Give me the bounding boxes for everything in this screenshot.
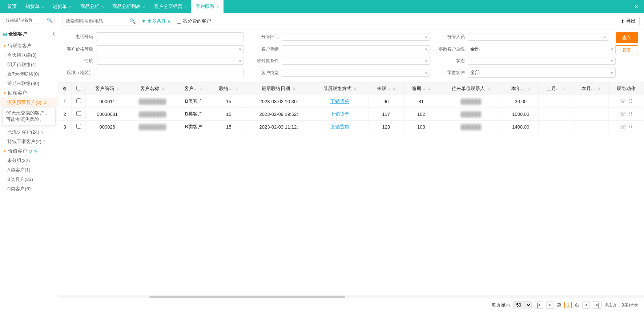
sidebar-group-review[interactable]: ▼ 回顾客户 — [0, 88, 58, 98]
per-page-select[interactable]: 50 20 100 — [513, 301, 532, 309]
tab-customer-tier[interactable]: 客户分层经营 × — [150, 0, 191, 13]
cell-checkbox — [72, 121, 86, 133]
th-contact[interactable]: 联络... ⇅ — [211, 82, 246, 95]
sidebar-item-ungrouped[interactable]: 未分组(32) — [0, 156, 58, 165]
th-overdue[interactable]: 逾期... ⇅ — [404, 82, 439, 95]
value-refresh-icon[interactable]: ↻ — [28, 149, 32, 154]
th-this-month[interactable]: 本月... ⇅ — [573, 82, 608, 95]
customer-level-select[interactable]: ∨ — [282, 45, 430, 53]
th-name[interactable]: 客户名称 ⇅ — [129, 82, 176, 95]
sidebar-item-type-b[interactable]: B类客户(33) — [0, 175, 58, 184]
filter-more-conditions-button[interactable]: ▼ 更多条件 ∧ — [138, 16, 174, 26]
settings-icon[interactable]: ⚙ — [63, 86, 67, 92]
sidebar-all-customers[interactable]: ⊞ 全部客户 《 — [0, 29, 58, 40]
th-this-year[interactable]: 本年... ⇅ — [503, 82, 538, 95]
query-button[interactable]: 查询 — [616, 32, 638, 43]
th-partner-contact[interactable]: 往来单位联系人 ⇅ — [439, 82, 503, 95]
filter-field-pay-terms: 收付款条件 ∨ — [250, 57, 430, 65]
sidebar-item-tomorrow-contact[interactable]: 明天待联络(1) — [0, 60, 58, 69]
arrow-icon: ▼ — [3, 44, 7, 48]
scroll-bar-thumb[interactable] — [149, 296, 345, 298]
sidebar-search-icon: 🔍 — [47, 17, 53, 23]
close-tab-product-analysis[interactable]: × — [101, 4, 104, 9]
person-more-icon[interactable]: ··· — [611, 34, 616, 40]
pay-terms-select[interactable]: ∨ — [282, 57, 430, 65]
sidebar-item-churn-warning[interactable]: 流失预警客户(3) ⚠ — [0, 98, 58, 107]
arrow-icon-review: ▼ — [3, 91, 7, 95]
sidebar-item-churned[interactable]: 已流失客户(24) ? — [0, 127, 58, 137]
pay-terms-chevron-icon: ∨ — [425, 59, 427, 63]
first-page-button[interactable]: |< — [535, 301, 543, 309]
status-select[interactable]: ∨ — [468, 57, 616, 65]
retail-customer-select[interactable]: 全部 ∨ — [468, 68, 616, 78]
sidebar-item-overdue-contact[interactable]: 逾期未联络(30) — [0, 79, 58, 88]
contact-icon[interactable]: ☏ — [620, 98, 627, 104]
filter-field-nature: 性质 ∨ — [64, 57, 244, 65]
cell-partner-contact: ██████ — [439, 95, 503, 108]
filter-search-input[interactable] — [63, 17, 135, 25]
collapse-icon[interactable]: 《 — [50, 31, 55, 37]
filter-search-button[interactable]: 🔍 — [129, 18, 136, 24]
region-more-icon[interactable]: ··· — [237, 70, 242, 76]
close-tab-customer-contact[interactable]: × — [217, 4, 219, 9]
window-close-button[interactable]: × — [632, 3, 641, 10]
export-button[interactable]: ⬆ 导出 — [617, 16, 640, 26]
sidebar-item-type-a[interactable]: A类客户(1) — [0, 165, 58, 175]
close-tab-customer-tier[interactable]: × — [185, 4, 187, 9]
th-un-contact[interactable]: 未联... ⇅ — [369, 82, 403, 95]
sidebar-item-declining[interactable]: 持续下滑客户(2) ? — [0, 137, 58, 146]
filter-row-4: 区域（地区） ··· 客户类型 ∨ — [64, 68, 616, 78]
sidebar-item-week-contact[interactable]: 近7天待联络(0) — [0, 69, 58, 79]
tab-sales[interactable]: 销货单 × — [21, 0, 48, 13]
cell-code: 000011 — [86, 95, 129, 108]
cell-last-contact-date: 2023-02-09 19:52: — [246, 108, 311, 121]
sidebar-item-today-contact[interactable]: 今天待联络(0) — [0, 50, 58, 60]
my-customers-checkbox[interactable] — [177, 19, 181, 24]
more-actions-icon[interactable]: ⠿ — [629, 124, 632, 130]
value-edit-icon[interactable]: ✎ — [34, 149, 38, 154]
row-checkbox-2[interactable] — [76, 124, 81, 129]
tab-customer-contact[interactable]: 客户联系 × — [191, 0, 223, 13]
tab-home[interactable]: 首页 — [3, 0, 21, 13]
close-tab-product-analysis-list[interactable]: × — [143, 4, 145, 9]
cell-index: 1 — [58, 95, 72, 108]
arrow-icon-value: ▼ — [3, 149, 7, 153]
horizontal-scrollbar[interactable] — [58, 295, 644, 298]
cell-overdue: 81 — [404, 95, 439, 108]
th-last-contact-date[interactable]: 最后联络日期 ⇅ — [246, 82, 311, 95]
row-checkbox-0[interactable] — [76, 98, 81, 103]
prev-page-button[interactable]: < — [546, 301, 554, 309]
tab-product-analysis-list[interactable]: 商品分析列表 × — [108, 0, 149, 13]
nature-select[interactable]: ∨ — [96, 57, 244, 65]
my-customers-checkbox-label[interactable]: 我分管的客户 — [177, 18, 211, 24]
price-level-select[interactable]: ∨ — [96, 45, 244, 53]
department-select[interactable]: ∨ — [282, 33, 430, 41]
row-checkbox-1[interactable] — [76, 111, 81, 116]
th-code[interactable]: 客户编码 ⇅ — [86, 82, 129, 95]
th-last-month[interactable]: 上月... ⇅ — [538, 82, 573, 95]
tab-product-analysis[interactable]: 商品分析 × — [76, 0, 108, 13]
region-select[interactable]: ··· — [96, 68, 244, 77]
sidebar-group-value[interactable]: ▼ 价值客户 ↻ ✎ — [0, 146, 58, 156]
person-select[interactable]: ∨ — [468, 33, 609, 41]
close-tab-sales[interactable]: × — [42, 4, 44, 9]
next-page-button[interactable]: > — [582, 301, 590, 309]
th-last-contact-method[interactable]: 最后联络方式 ⇅ — [311, 82, 369, 95]
retail-customer-chevron-icon: ∨ — [611, 71, 613, 75]
select-all-checkbox[interactable] — [76, 86, 81, 90]
phone-input[interactable] — [96, 32, 244, 41]
sidebar-group-contact[interactable]: ▼ 待联络客户 — [0, 41, 58, 50]
more-actions-icon[interactable]: ⠿ — [629, 111, 632, 117]
settings-button[interactable]: 设置 — [616, 45, 638, 55]
tab-purchase[interactable]: 进货单 × — [48, 0, 76, 13]
more-actions-icon[interactable]: ⠿ — [629, 98, 632, 104]
retail-attr-select[interactable]: 全部 ∨ — [468, 44, 616, 54]
contact-icon[interactable]: ☏ — [620, 111, 627, 117]
sidebar-search-container: 🔍 — [0, 13, 58, 27]
th-type[interactable]: 客户... ⇅ — [176, 82, 211, 95]
close-tab-purchase[interactable]: × — [69, 4, 71, 9]
customer-type-select[interactable]: ∨ — [282, 69, 430, 77]
sidebar-item-type-c[interactable]: C类客户(6) — [0, 184, 58, 194]
last-page-button[interactable]: >| — [593, 301, 601, 309]
contact-icon[interactable]: ☏ — [620, 124, 627, 130]
